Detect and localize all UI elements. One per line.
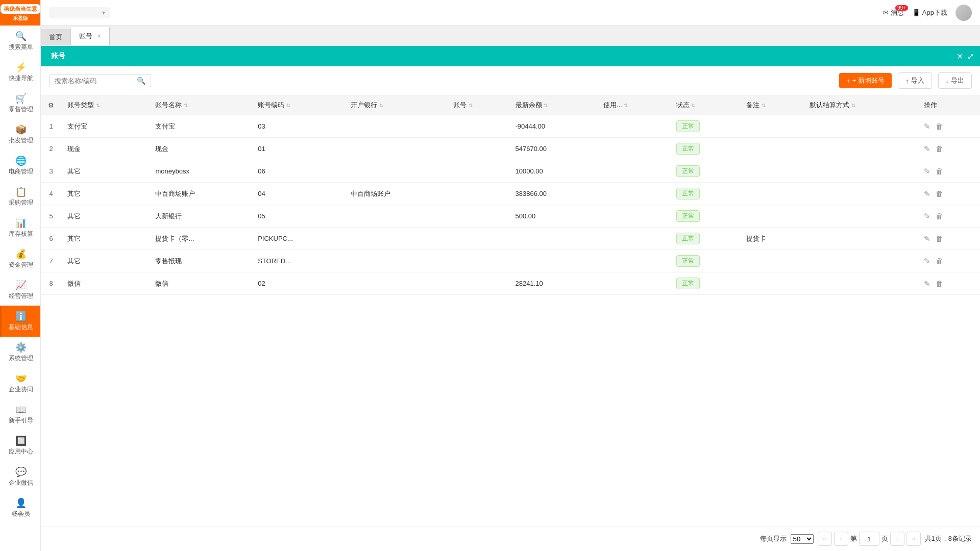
- col-usage[interactable]: 使用... ⇅: [597, 95, 670, 115]
- phone-icon: 📱: [912, 9, 920, 16]
- row-account: [447, 183, 509, 205]
- first-page-button[interactable]: «: [818, 532, 832, 546]
- col-balance[interactable]: 最新余额 ⇅: [509, 95, 597, 115]
- row-bank: [345, 250, 447, 272]
- tab-close-icon[interactable]: ×: [97, 33, 101, 40]
- sidebar-item-app-center[interactable]: 🔲 应用中心: [0, 430, 40, 461]
- pagination: 每页显示 50 20 100 « ‹ 第 页 › » 共1页，8条记录: [41, 526, 980, 551]
- app-download-button[interactable]: 📱 App下载: [912, 8, 947, 17]
- delete-icon[interactable]: 🗑: [936, 212, 943, 220]
- settings-icon[interactable]: ⚙: [48, 102, 54, 109]
- edit-icon[interactable]: ✎: [924, 122, 930, 131]
- row-actions: ✎ 🗑: [918, 138, 980, 160]
- import-button[interactable]: ↑ 导入: [898, 72, 932, 89]
- sidebar-item-basic-info[interactable]: ℹ️ 基础信息: [0, 306, 40, 337]
- edit-icon[interactable]: ✎: [924, 257, 930, 266]
- sidebar-item-search-menu[interactable]: 🔍 搜索菜单: [0, 26, 40, 57]
- sidebar-item-ecommerce[interactable]: 🌐 电商管理: [0, 150, 40, 181]
- next-page-button[interactable]: ›: [890, 532, 904, 546]
- close-content-button[interactable]: ✕: [957, 52, 963, 61]
- avatar[interactable]: [955, 5, 972, 21]
- col-status[interactable]: 状态 ⇅: [670, 95, 741, 115]
- tab-bar: 首页 账号 ×: [41, 26, 980, 46]
- edit-icon[interactable]: ✎: [924, 234, 930, 243]
- prev-page-button[interactable]: ‹: [834, 532, 848, 546]
- table-row: 4 其它 中百商场账户 04 中百商场账户 383866.00 正常 ✎ 🗑: [41, 183, 980, 205]
- sidebar-item-beginner[interactable]: 📖 新手引导: [0, 399, 40, 430]
- top-search[interactable]: ▾: [49, 7, 110, 18]
- delete-icon[interactable]: 🗑: [936, 279, 943, 288]
- delete-icon[interactable]: 🗑: [936, 257, 943, 265]
- row-usage: [597, 205, 670, 228]
- delete-icon[interactable]: 🗑: [936, 234, 943, 243]
- row-account: [447, 272, 509, 295]
- edit-icon[interactable]: ✎: [924, 144, 930, 154]
- row-code: 02: [252, 272, 345, 295]
- edit-icon[interactable]: ✎: [924, 212, 930, 221]
- beginner-icon: 📖: [15, 404, 27, 415]
- page-nav: « ‹ 第 页 › »: [818, 532, 921, 546]
- edit-icon[interactable]: ✎: [924, 189, 930, 198]
- sidebar-item-operations[interactable]: 📈 经营管理: [0, 274, 40, 306]
- col-name[interactable]: 账号名称 ⇅: [149, 95, 252, 115]
- sidebar-item-purchase[interactable]: 📋 采购管理: [0, 181, 40, 212]
- accounts-table: ⚙ 账号类型 ⇅ 账号名称 ⇅ 账号编码 ⇅ 开户银行 ⇅ 账号 ⇅ 最新余额 …: [41, 95, 980, 295]
- row-code: 05: [252, 205, 345, 228]
- row-balance: -90444.00: [509, 115, 597, 138]
- tab-account[interactable]: 账号 ×: [71, 27, 110, 45]
- row-usage: [597, 115, 670, 138]
- delete-icon[interactable]: 🗑: [936, 167, 943, 176]
- sidebar-item-system[interactable]: ⚙️ 系统管理: [0, 337, 40, 368]
- col-type[interactable]: 账号类型 ⇅: [61, 95, 149, 115]
- import-label: 导入: [911, 76, 924, 85]
- expand-content-button[interactable]: ⤢: [967, 52, 974, 61]
- search-input[interactable]: [55, 77, 137, 85]
- delete-icon[interactable]: 🗑: [936, 144, 943, 153]
- edit-icon[interactable]: ✎: [924, 167, 930, 176]
- page-input[interactable]: [859, 532, 879, 546]
- sidebar-item-wholesale[interactable]: 📦 批发管理: [0, 119, 40, 150]
- row-actions: ✎ 🗑: [918, 160, 980, 183]
- last-page-button[interactable]: »: [906, 532, 921, 546]
- add-account-button[interactable]: + + 新增账号: [839, 73, 892, 88]
- delete-icon[interactable]: 🗑: [936, 122, 943, 131]
- col-bank[interactable]: 开户银行 ⇅: [345, 95, 447, 115]
- tab-home[interactable]: 首页: [41, 29, 71, 45]
- status-badge: 正常: [676, 143, 700, 155]
- row-type: 其它: [61, 160, 149, 183]
- page-title: 账号: [41, 52, 957, 61]
- sidebar-item-inventory[interactable]: 📊 库存核算: [0, 212, 40, 243]
- per-page-label: 每页显示: [760, 534, 787, 543]
- row-bank: [345, 228, 447, 250]
- row-id: 4: [41, 183, 61, 205]
- message-button[interactable]: ✉ 消息 99+: [883, 8, 904, 17]
- col-remark[interactable]: 备注 ⇅: [740, 95, 803, 115]
- status-badge: 正常: [676, 233, 700, 244]
- agreement-icon: 🤝: [15, 373, 27, 384]
- search-icon[interactable]: 🔍: [137, 77, 145, 85]
- sidebar-item-agreement[interactable]: 🤝 企业协同: [0, 368, 40, 399]
- sidebar-item-retail[interactable]: 🛒 零售管理: [0, 88, 40, 119]
- sidebar-item-quick-nav[interactable]: ⚡ 快捷导航: [0, 57, 40, 88]
- row-code: 01: [252, 138, 345, 160]
- basic-info-icon: ℹ️: [15, 311, 27, 322]
- row-usage: [597, 272, 670, 295]
- sidebar-item-member[interactable]: 👤 畅会员: [0, 492, 40, 523]
- row-actions: ✎ 🗑: [918, 250, 980, 272]
- col-account[interactable]: 账号 ⇅: [447, 95, 509, 115]
- sidebar-item-corp-wechat[interactable]: 💬 企业微信: [0, 461, 40, 492]
- row-actions: ✎ 🗑: [918, 205, 980, 228]
- row-status: 正常: [670, 228, 741, 250]
- col-code[interactable]: 账号编码 ⇅: [252, 95, 345, 115]
- delete-icon[interactable]: 🗑: [936, 189, 943, 198]
- edit-icon[interactable]: ✎: [924, 279, 930, 288]
- row-bank: [345, 138, 447, 160]
- export-button[interactable]: ↓ 导出: [938, 72, 972, 89]
- status-badge: 正常: [676, 278, 700, 289]
- per-page-select[interactable]: 50 20 100: [791, 534, 814, 544]
- col-settlement[interactable]: 默认结算方式 ⇅: [803, 95, 918, 115]
- toolbar-right: + + 新增账号 ↑ 导入 ↓ 导出: [839, 72, 972, 89]
- row-settlement: [803, 228, 918, 250]
- app-logo: 稳稳当当生意 乐盈版: [0, 0, 40, 26]
- sidebar-item-finance[interactable]: 💰 资金管理: [0, 243, 40, 274]
